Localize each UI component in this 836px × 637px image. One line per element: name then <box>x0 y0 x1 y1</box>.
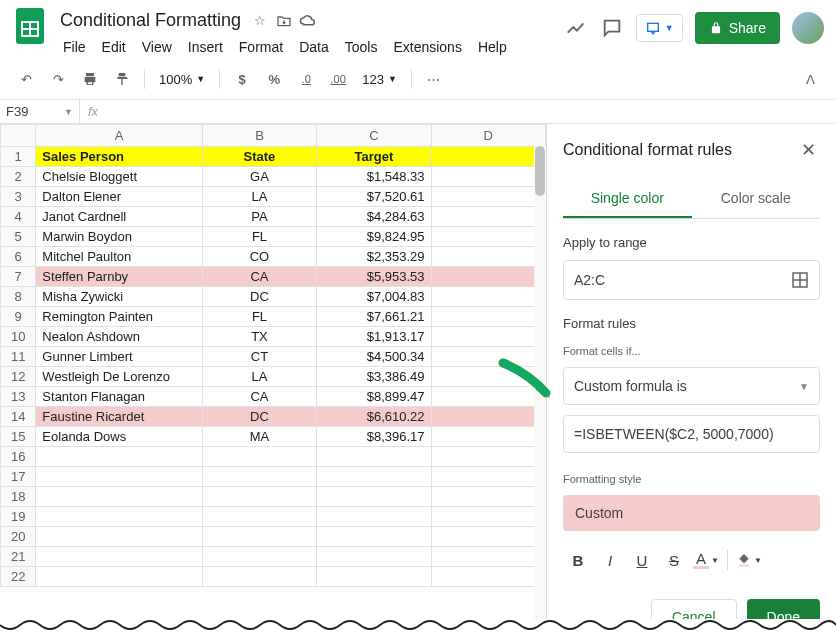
cell[interactable]: State <box>202 147 316 167</box>
increase-decimal-button[interactable]: .00 <box>324 65 352 93</box>
menu-file[interactable]: File <box>56 35 93 59</box>
cell[interactable]: $7,004.83 <box>317 287 431 307</box>
row-header[interactable]: 21 <box>1 547 36 567</box>
cell[interactable]: FL <box>202 307 316 327</box>
zoom-dropdown[interactable]: 100%▼ <box>153 72 211 87</box>
cell[interactable] <box>202 527 316 547</box>
menu-help[interactable]: Help <box>471 35 514 59</box>
underline-button[interactable]: U <box>627 545 657 575</box>
paint-format-button[interactable] <box>108 65 136 93</box>
cell[interactable] <box>202 487 316 507</box>
tab-color-scale[interactable]: Color scale <box>692 180 821 218</box>
row-header[interactable]: 20 <box>1 527 36 547</box>
cell[interactable]: DC <box>202 407 316 427</box>
row-header[interactable]: 19 <box>1 507 36 527</box>
cell[interactable]: Stanton Flanagan <box>36 387 202 407</box>
row-header[interactable]: 13 <box>1 387 36 407</box>
cell[interactable] <box>202 547 316 567</box>
cell[interactable]: CO <box>202 247 316 267</box>
account-avatar[interactable] <box>792 12 824 44</box>
custom-formula-input[interactable] <box>563 415 820 453</box>
style-preview[interactable]: Custom <box>563 495 820 531</box>
cell[interactable]: DC <box>202 287 316 307</box>
cell[interactable] <box>36 467 202 487</box>
select-all-corner[interactable] <box>1 125 36 147</box>
strikethrough-button[interactable]: S <box>659 545 689 575</box>
col-header-D[interactable]: D <box>431 125 545 147</box>
cell[interactable]: TX <box>202 327 316 347</box>
cell[interactable]: $7,520.61 <box>317 187 431 207</box>
cell[interactable] <box>317 487 431 507</box>
menu-tools[interactable]: Tools <box>338 35 385 59</box>
cell[interactable]: Westleigh De Lorenzo <box>36 367 202 387</box>
cell[interactable]: $8,899.47 <box>317 387 431 407</box>
spreadsheet-area[interactable]: A B C D 1Sales PersonStateTarget2Chelsie… <box>0 124 546 631</box>
cell[interactable]: Remington Painten <box>36 307 202 327</box>
cell[interactable] <box>431 387 545 407</box>
menu-view[interactable]: View <box>135 35 179 59</box>
cell[interactable] <box>202 567 316 587</box>
cell[interactable] <box>317 547 431 567</box>
cell[interactable]: Sales Person <box>36 147 202 167</box>
row-header[interactable]: 5 <box>1 227 36 247</box>
cell[interactable] <box>431 327 545 347</box>
cell[interactable]: Target <box>317 147 431 167</box>
cell[interactable]: $1,913.17 <box>317 327 431 347</box>
spreadsheet-grid[interactable]: A B C D 1Sales PersonStateTarget2Chelsie… <box>0 124 546 587</box>
row-header[interactable]: 11 <box>1 347 36 367</box>
scrollbar-thumb[interactable] <box>535 146 545 196</box>
cell[interactable]: Marwin Boydon <box>36 227 202 247</box>
redo-button[interactable]: ↷ <box>44 65 72 93</box>
menu-extensions[interactable]: Extensions <box>386 35 468 59</box>
cell[interactable] <box>431 267 545 287</box>
col-header-B[interactable]: B <box>202 125 316 147</box>
row-header[interactable]: 17 <box>1 467 36 487</box>
row-header[interactable]: 14 <box>1 407 36 427</box>
cell[interactable]: Chelsie Bloggett <box>36 167 202 187</box>
row-header[interactable]: 18 <box>1 487 36 507</box>
currency-button[interactable]: $ <box>228 65 256 93</box>
cell[interactable]: Janot Cardnell <box>36 207 202 227</box>
bold-button[interactable]: B <box>563 545 593 575</box>
share-button[interactable]: Share <box>695 12 780 44</box>
cell[interactable] <box>431 567 545 587</box>
cell[interactable]: Steffen Parnby <box>36 267 202 287</box>
cell[interactable] <box>202 467 316 487</box>
row-header[interactable]: 7 <box>1 267 36 287</box>
cell[interactable] <box>431 227 545 247</box>
menu-format[interactable]: Format <box>232 35 290 59</box>
cell[interactable] <box>431 467 545 487</box>
cell[interactable] <box>317 507 431 527</box>
cell[interactable]: PA <box>202 207 316 227</box>
cell[interactable]: CA <box>202 387 316 407</box>
cell[interactable] <box>431 407 545 427</box>
cell[interactable]: LA <box>202 187 316 207</box>
cell[interactable] <box>431 427 545 447</box>
cell[interactable]: MA <box>202 427 316 447</box>
decrease-decimal-button[interactable]: .0 <box>292 65 320 93</box>
menu-edit[interactable]: Edit <box>95 35 133 59</box>
cell[interactable]: CA <box>202 267 316 287</box>
rule-type-dropdown[interactable]: Custom formula is▼ <box>563 367 820 405</box>
cell[interactable]: Nealon Ashdown <box>36 327 202 347</box>
cell[interactable] <box>317 567 431 587</box>
cell[interactable]: $8,396.17 <box>317 427 431 447</box>
row-header[interactable]: 15 <box>1 427 36 447</box>
row-header[interactable]: 8 <box>1 287 36 307</box>
row-header[interactable]: 9 <box>1 307 36 327</box>
cell[interactable]: $9,824.95 <box>317 227 431 247</box>
trend-icon[interactable] <box>564 16 588 40</box>
star-icon[interactable]: ☆ <box>251 12 269 30</box>
cell[interactable]: $7,661.21 <box>317 307 431 327</box>
cell[interactable] <box>431 167 545 187</box>
name-box[interactable]: F39▼ <box>0 100 80 123</box>
cell[interactable]: Eolanda Dows <box>36 427 202 447</box>
row-header[interactable]: 3 <box>1 187 36 207</box>
print-button[interactable] <box>76 65 104 93</box>
vertical-scrollbar[interactable] <box>534 146 546 631</box>
cell[interactable] <box>317 467 431 487</box>
cell[interactable]: Mitchel Paulton <box>36 247 202 267</box>
cell[interactable] <box>202 507 316 527</box>
cell[interactable]: GA <box>202 167 316 187</box>
cell[interactable] <box>431 207 545 227</box>
